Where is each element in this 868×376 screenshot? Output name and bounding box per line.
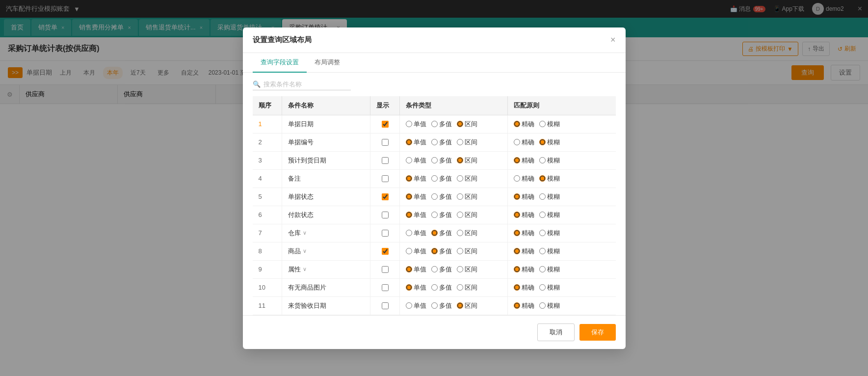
condition-type-multi-radio[interactable] [431,193,438,200]
condition-type-multi-radio[interactable] [431,248,438,254]
match-rule-exact-label[interactable]: 精确 [514,120,534,129]
condition-type-single-radio[interactable] [406,121,412,127]
condition-type-multi-label[interactable]: 多值 [431,265,452,274]
expand-icon[interactable]: ∨ [303,230,307,236]
match-rule-exact-label[interactable]: 精确 [514,283,534,292]
match-rule-fuzzy-radio[interactable] [539,157,546,163]
condition-type-single-radio[interactable] [406,302,412,309]
condition-type-range-radio[interactable] [457,139,463,145]
match-rule-exact-radio[interactable] [514,193,520,200]
condition-type-single-label[interactable]: 单值 [406,301,426,310]
expand-icon[interactable]: ∨ [303,266,307,272]
condition-type-single-label[interactable]: 单值 [406,120,426,129]
display-checkbox[interactable] [382,157,389,164]
condition-type-multi-radio[interactable] [431,139,438,145]
match-rule-fuzzy-label[interactable]: 模糊 [539,265,560,274]
condition-type-single-label[interactable]: 单值 [406,283,426,292]
match-rule-exact-radio[interactable] [514,157,520,163]
condition-type-multi-label[interactable]: 多值 [431,120,452,129]
condition-type-range-label[interactable]: 区间 [457,156,477,165]
condition-type-range-label[interactable]: 区间 [457,229,477,238]
expand-icon[interactable]: ∨ [303,248,307,254]
condition-type-range-label[interactable]: 区间 [457,265,477,274]
condition-type-range-radio[interactable] [457,121,463,127]
match-rule-fuzzy-radio[interactable] [539,248,546,254]
display-checkbox[interactable] [382,284,389,291]
display-checkbox[interactable] [382,175,389,182]
condition-type-single-label[interactable]: 单值 [406,156,426,165]
condition-type-range-label[interactable]: 区间 [457,138,477,147]
display-checkbox[interactable] [382,139,389,146]
condition-type-range-radio[interactable] [457,230,463,236]
match-rule-exact-radio[interactable] [514,212,520,218]
condition-type-multi-radio[interactable] [431,230,438,236]
match-rule-exact-label[interactable]: 精确 [514,265,534,274]
match-rule-exact-label[interactable]: 精确 [514,229,534,238]
match-rule-fuzzy-radio[interactable] [539,121,546,127]
condition-type-multi-radio[interactable] [431,212,438,218]
condition-type-range-radio[interactable] [457,284,463,291]
condition-type-single-radio[interactable] [406,193,412,200]
condition-type-range-label[interactable]: 区间 [457,192,477,201]
match-rule-fuzzy-radio[interactable] [539,302,546,309]
condition-type-range-radio[interactable] [457,175,463,182]
match-rule-exact-radio[interactable] [514,302,520,309]
condition-type-single-label[interactable]: 单值 [406,211,426,219]
match-rule-exact-radio[interactable] [514,175,520,182]
match-rule-exact-radio[interactable] [514,284,520,291]
match-rule-exact-label[interactable]: 精确 [514,156,534,165]
save-button[interactable]: 保存 [579,324,616,341]
condition-type-single-radio[interactable] [406,248,412,254]
condition-type-single-label[interactable]: 单值 [406,192,426,201]
condition-type-range-label[interactable]: 区间 [457,174,477,183]
condition-type-single-label[interactable]: 单值 [406,265,426,274]
condition-type-range-label[interactable]: 区间 [457,301,477,310]
condition-type-single-label[interactable]: 单值 [406,174,426,183]
condition-type-range-label[interactable]: 区间 [457,283,477,292]
modal-close-button[interactable]: × [610,35,616,44]
condition-type-range-radio[interactable] [457,193,463,200]
condition-type-single-radio[interactable] [406,157,412,163]
condition-type-single-label[interactable]: 单值 [406,247,426,256]
condition-type-multi-label[interactable]: 多值 [431,229,452,238]
condition-type-range-label[interactable]: 区间 [457,120,477,129]
match-rule-fuzzy-label[interactable]: 模糊 [539,120,560,129]
match-rule-fuzzy-radio[interactable] [539,266,546,272]
match-rule-fuzzy-label[interactable]: 模糊 [539,301,560,310]
condition-type-single-label[interactable]: 单值 [406,229,426,238]
condition-type-single-radio[interactable] [406,284,412,291]
condition-type-multi-radio[interactable] [431,121,438,127]
condition-type-single-radio[interactable] [406,230,412,236]
match-rule-fuzzy-radio[interactable] [539,193,546,200]
condition-type-single-label[interactable]: 单值 [406,138,426,147]
match-rule-fuzzy-label[interactable]: 模糊 [539,247,560,256]
match-rule-fuzzy-radio[interactable] [539,175,546,182]
condition-type-single-radio[interactable] [406,212,412,218]
condition-type-multi-label[interactable]: 多值 [431,247,452,256]
display-checkbox[interactable] [382,302,389,309]
match-rule-fuzzy-label[interactable]: 模糊 [539,211,560,219]
condition-type-multi-label[interactable]: 多值 [431,138,452,147]
condition-type-multi-radio[interactable] [431,302,438,309]
match-rule-fuzzy-label[interactable]: 模糊 [539,174,560,183]
condition-type-range-radio[interactable] [457,212,463,218]
condition-type-multi-radio[interactable] [431,266,438,272]
display-checkbox[interactable] [382,230,389,237]
condition-type-multi-radio[interactable] [431,175,438,182]
display-checkbox[interactable] [382,212,389,218]
match-rule-fuzzy-label[interactable]: 模糊 [539,138,560,147]
display-checkbox[interactable] [382,193,389,200]
tab-query-fields[interactable]: 查询字段设置 [253,53,307,73]
condition-type-range-radio[interactable] [457,248,463,254]
display-checkbox[interactable] [382,266,389,273]
condition-type-multi-label[interactable]: 多值 [431,211,452,219]
condition-type-multi-radio[interactable] [431,284,438,291]
match-rule-exact-label[interactable]: 精确 [514,211,534,219]
condition-type-multi-label[interactable]: 多值 [431,192,452,201]
condition-type-single-radio[interactable] [406,139,412,145]
match-rule-exact-label[interactable]: 精确 [514,174,534,183]
match-rule-exact-label[interactable]: 精确 [514,138,534,147]
tab-layout-adjust[interactable]: 布局调整 [307,53,348,73]
condition-type-range-radio[interactable] [457,157,463,163]
cancel-button[interactable]: 取消 [537,323,575,341]
